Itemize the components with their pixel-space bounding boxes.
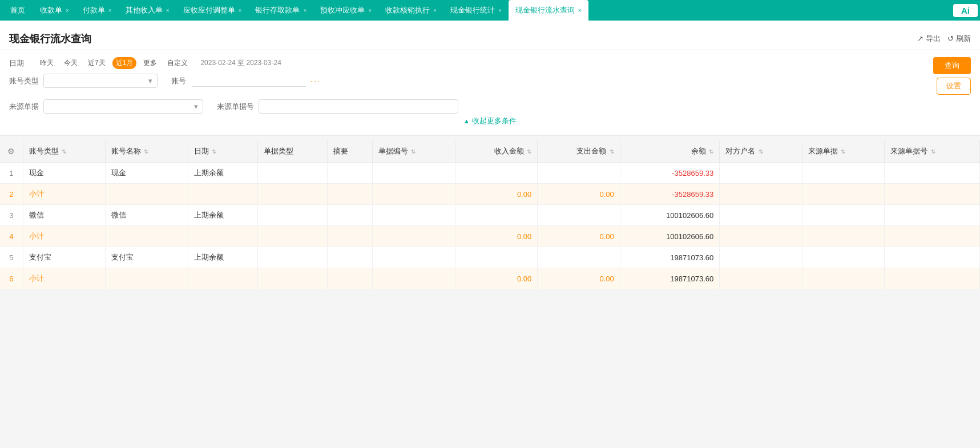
nav-tab-liushuichaxun-close[interactable]: ×: [578, 7, 582, 14]
cell-doc-no: [372, 205, 455, 226]
date-opt-7days[interactable]: 近7天: [84, 57, 109, 69]
cell-doc-no: [372, 163, 455, 184]
cell-date: [188, 184, 257, 205]
date-opt-custom[interactable]: 自定义: [164, 57, 191, 69]
date-opt-today[interactable]: 今天: [61, 57, 81, 69]
nav-tab-yushouzhong[interactable]: 预收冲应收单 ×: [313, 0, 378, 21]
export-button[interactable]: ↗ 导出: [917, 34, 941, 44]
source-doc-select[interactable]: ▾: [43, 99, 203, 114]
sort-icon-account-name[interactable]: ⇅: [144, 148, 148, 155]
cell-doc-no: [372, 268, 455, 289]
cell-doc-no: [372, 247, 455, 268]
nav-tab-qitashouru-close[interactable]: ×: [166, 7, 170, 14]
sort-icon-source-doc[interactable]: ⇅: [841, 148, 845, 155]
th-gear[interactable]: ⚙: [0, 140, 23, 163]
cell-source-doc-no: [885, 247, 980, 268]
cell-account-type: 支付宝: [23, 247, 106, 268]
collapse-bar[interactable]: ▲ 收起更多条件: [9, 114, 971, 128]
nav-tab-yingshouyingfu[interactable]: 应收应付调整单 ×: [176, 0, 249, 21]
nav-tab-yinhangcunqu[interactable]: 银行存取款单 ×: [248, 0, 313, 21]
th-source-doc-label: 来源单据: [808, 147, 838, 155]
nav-tab-qitashouru[interactable]: 其他收入单 ×: [119, 0, 176, 21]
source-doc-no-input[interactable]: [259, 99, 458, 114]
cell-income: 0.00: [455, 184, 538, 205]
gear-icon[interactable]: ⚙: [7, 147, 15, 156]
table-row: 5 支付宝 支付宝 上期余额 19871073.60: [0, 247, 980, 268]
th-balance-label: 余额: [691, 147, 706, 155]
nav-tab-yingshouyingfu-close[interactable]: ×: [239, 7, 242, 14]
table-row: 4 小计 0.00 0.00 100102606.60: [0, 226, 980, 247]
page-title: 现金银行流水查询: [9, 32, 91, 46]
nav-tab-fudan-close[interactable]: ×: [108, 7, 112, 14]
nav-tab-liushuichaxun[interactable]: 现金银行流水查询 ×: [509, 0, 588, 21]
cell-income: [455, 163, 538, 184]
th-source-doc-no-label: 来源单据号: [890, 147, 927, 155]
cell-account-name: 现金: [106, 163, 188, 184]
account-type-select[interactable]: ▾: [43, 74, 158, 88]
nav-tab-xianjinyinhang[interactable]: 现金银行统计 ×: [443, 0, 509, 21]
account-type-arrow: ▾: [148, 76, 152, 85]
nav-tab-yinhangcunqu-label: 银行存取款单: [255, 5, 300, 15]
cell-expense: [538, 205, 620, 226]
account-dots[interactable]: ···: [310, 76, 321, 86]
table-header-row: ⚙ 账号类型 ⇅ 账号名称 ⇅ 日期 ⇅ 单据类型 摘要: [0, 140, 980, 163]
cell-income: [455, 205, 538, 226]
th-expense-label: 支出金额: [576, 147, 606, 155]
cell-seq: 5: [0, 247, 23, 268]
refresh-button[interactable]: ↺ 刷新: [947, 34, 971, 44]
cell-source-doc-no: [885, 205, 980, 226]
query-button[interactable]: 查询: [933, 57, 971, 74]
nav-tab-shoudan[interactable]: 收款单 ×: [33, 0, 76, 21]
nav-tab-shoukuanhexiao-close[interactable]: ×: [433, 7, 437, 14]
nav-tab-yinhangcunqu-close[interactable]: ×: [303, 7, 306, 14]
cell-balance: 19871073.60: [620, 247, 719, 268]
settings-button[interactable]: 设置: [937, 78, 971, 95]
nav-home[interactable]: 首页: [2, 0, 33, 21]
source-doc-no-label: 来源单据号: [217, 102, 254, 112]
cell-seq: 1: [0, 163, 23, 184]
cell-counterpart: [720, 163, 802, 184]
data-table-container: ⚙ 账号类型 ⇅ 账号名称 ⇅ 日期 ⇅ 单据类型 摘要: [0, 140, 980, 289]
header-actions: ↗ 导出 ↺ 刷新: [917, 34, 971, 44]
sort-icon-expense[interactable]: ⇅: [610, 148, 614, 155]
nav-tab-shoukuanhexiao-label: 收款核销执行: [385, 5, 430, 15]
cell-seq: 6: [0, 268, 23, 289]
filter-area: 日期 昨天 今天 近7天 近1月 更多 自定义 2023-02-24 至 202…: [0, 50, 980, 136]
th-account-name: 账号名称 ⇅: [106, 140, 188, 163]
date-opt-1month[interactable]: 近1月: [112, 57, 137, 69]
nav-tab-shoukuanhexiao[interactable]: 收款核销执行 ×: [378, 0, 443, 21]
cell-income: [455, 247, 538, 268]
cell-account-type: 现金: [23, 163, 106, 184]
sort-icon-date[interactable]: ⇅: [212, 148, 216, 155]
sort-icon-doc-no[interactable]: ⇅: [411, 148, 416, 155]
sort-icon-income[interactable]: ⇅: [527, 148, 531, 155]
nav-tab-xianjinyinhang-close[interactable]: ×: [498, 7, 502, 14]
nav-tab-shoudan-label: 收款单: [40, 5, 62, 15]
th-doc-type: 单据类型: [257, 140, 327, 163]
th-doc-no-label: 单据编号: [378, 147, 408, 155]
date-opt-yesterday[interactable]: 昨天: [37, 57, 57, 69]
nav-tab-qitashouru-label: 其他收入单: [126, 5, 163, 15]
nav-tab-fudan[interactable]: 付款单 ×: [76, 0, 119, 21]
table-row: 2 小计 0.00 0.00 -3528659.33: [0, 184, 980, 205]
th-counterpart: 对方户名 ⇅: [720, 140, 802, 163]
sort-icon-counterpart[interactable]: ⇅: [759, 148, 763, 155]
sort-icon-account-type[interactable]: ⇅: [62, 148, 66, 155]
th-income: 收入金额 ⇅: [455, 140, 538, 163]
nav-tab-shoudan-close[interactable]: ×: [66, 7, 69, 14]
cell-balance: 19871073.60: [620, 268, 719, 289]
cell-income: 0.00: [455, 226, 538, 247]
cell-source-doc: [802, 163, 885, 184]
cell-doc-type: [257, 226, 327, 247]
account-input[interactable]: [192, 75, 306, 87]
date-filter-row: 日期 昨天 今天 近7天 近1月 更多 自定义 2023-02-24 至 202…: [9, 57, 916, 69]
cell-doc-type: [257, 268, 327, 289]
ai-button[interactable]: Ai: [953, 4, 978, 17]
sort-icon-balance[interactable]: ⇅: [709, 148, 713, 155]
cell-counterpart: [720, 184, 802, 205]
cell-summary: [328, 184, 373, 205]
date-opt-more[interactable]: 更多: [140, 57, 160, 69]
nav-tab-yushouzhong-close[interactable]: ×: [368, 7, 372, 14]
cell-doc-type: [257, 163, 327, 184]
sort-icon-source-doc-no[interactable]: ⇅: [931, 148, 935, 155]
